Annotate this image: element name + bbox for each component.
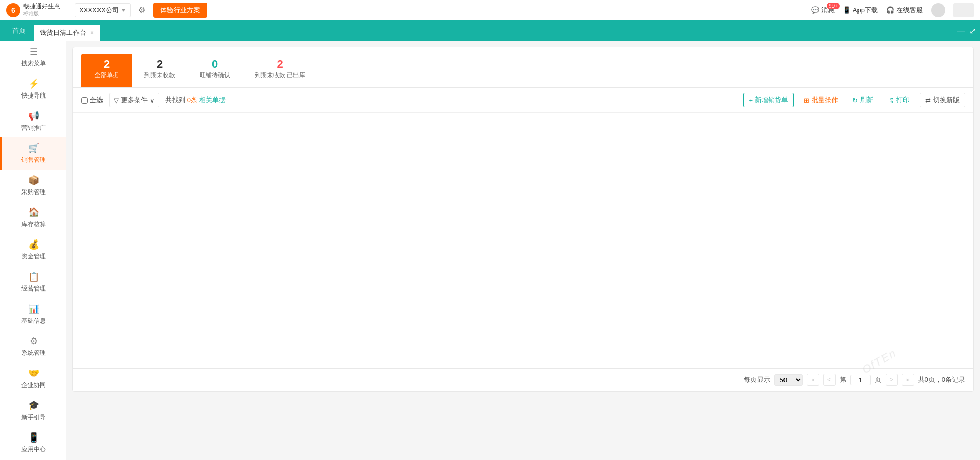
first-page-button[interactable]: « bbox=[807, 374, 819, 386]
sidebar-item-quicknav[interactable]: ⚡ 快捷导航 bbox=[0, 73, 66, 105]
sidebar-item-purchase[interactable]: 📦 采购管理 bbox=[0, 170, 66, 202]
select-all-checkbox[interactable]: 全选 bbox=[81, 95, 103, 105]
refresh-label: 刷新 bbox=[860, 95, 873, 105]
window-minimize-button[interactable]: — bbox=[957, 26, 965, 35]
sidebar-item-marketing[interactable]: 📢 营销推广 bbox=[0, 105, 66, 137]
filter-arrow-icon: ∨ bbox=[150, 96, 155, 104]
trial-button[interactable]: 体验行业方案 bbox=[153, 3, 207, 18]
window-maximize-button[interactable]: ⤢ bbox=[969, 26, 976, 36]
next-page-button[interactable]: > bbox=[886, 374, 898, 386]
sidebar-label-system: 系统管理 bbox=[21, 349, 46, 357]
company-dropdown-arrow: ▼ bbox=[121, 7, 126, 13]
sidebar-item-guide[interactable]: 🎓 新手引导 bbox=[0, 395, 66, 427]
content-card: 2 全部单据 2 到期未收款 0 旺铺待确认 2 到期未收款 已出库 bbox=[72, 47, 974, 392]
stat-tab-wangpu[interactable]: 0 旺铺待确认 bbox=[187, 54, 242, 87]
top-bar-left: 6 畅捷通好生意 标准版 XXXXXX公司 ▼ ⚙ 体验行业方案 bbox=[6, 3, 207, 18]
page-size-label: 每页显示 bbox=[744, 375, 770, 384]
logo-text-area: 畅捷通好生意 标准版 bbox=[23, 3, 60, 18]
tab-close-button[interactable]: × bbox=[90, 29, 94, 36]
filter-icon: ▽ bbox=[114, 96, 119, 104]
last-page-button[interactable]: » bbox=[902, 374, 914, 386]
sidebar-label-guide: 新手引导 bbox=[21, 413, 46, 422]
user-avatar[interactable] bbox=[931, 3, 945, 17]
company-selector[interactable]: XXXXXX公司 ▼ bbox=[75, 3, 131, 17]
add-sale-icon: + bbox=[749, 96, 753, 104]
stats-tabs: 2 全部单据 2 到期未收款 0 旺铺待确认 2 到期未收款 已出库 bbox=[73, 47, 973, 88]
guide-icon: 🎓 bbox=[28, 400, 39, 411]
stat-number-overdue: 2 bbox=[157, 58, 163, 71]
app-download-button[interactable]: 📱 App下载 bbox=[843, 6, 878, 15]
app-download-icon: 📱 bbox=[843, 6, 851, 14]
username-display bbox=[953, 3, 974, 17]
tab-qianhuo[interactable]: 钱货日清工作台 × bbox=[34, 25, 100, 41]
sidebar-item-system[interactable]: ⚙ 系统管理 bbox=[0, 330, 66, 362]
page-size-select[interactable]: 50 100 200 bbox=[774, 374, 803, 386]
stat-number-shipped: 2 bbox=[277, 58, 283, 71]
app-download-label: App下载 bbox=[853, 6, 878, 15]
sidebar-item-appstore[interactable]: 📱 应用中心 bbox=[0, 427, 66, 459]
sidebar-item-operations[interactable]: 📋 经营管理 bbox=[0, 266, 66, 298]
sidebar-item-finance[interactable]: 💰 资金管理 bbox=[0, 234, 66, 266]
enterprise-icon: 🤝 bbox=[28, 368, 39, 379]
stat-number-all: 2 bbox=[104, 58, 110, 71]
found-text: 共找到 0条 相关单据 bbox=[165, 95, 226, 105]
tab-label: 钱货日清工作台 bbox=[40, 28, 86, 37]
online-service-button[interactable]: 🎧 在线客服 bbox=[886, 6, 923, 15]
search-menu-icon: ☰ bbox=[30, 46, 38, 57]
switch-label: 切换新版 bbox=[933, 95, 960, 105]
filter-label: 更多条件 bbox=[121, 95, 148, 105]
sidebar-item-search[interactable]: ☰ 搜索菜单 bbox=[0, 41, 66, 73]
select-all-label: 全选 bbox=[90, 95, 103, 105]
sidebar-label-appstore: 应用中心 bbox=[21, 445, 46, 454]
page-suffix-label: 页 bbox=[875, 375, 881, 384]
settings-button[interactable]: ⚙ bbox=[135, 3, 149, 17]
print-icon: 🖨 bbox=[888, 96, 894, 104]
switch-version-button[interactable]: ⇄ 切换新版 bbox=[920, 93, 965, 107]
sidebar-item-inventory[interactable]: 🏠 库存核算 bbox=[0, 202, 66, 234]
select-all-input[interactable] bbox=[81, 97, 88, 104]
found-count: 0条 bbox=[187, 96, 198, 104]
appstore-icon: 📱 bbox=[28, 432, 39, 443]
related-link[interactable]: 相关单据 bbox=[199, 96, 226, 104]
sales-icon: 🛒 bbox=[28, 142, 39, 154]
content-area: 2 全部单据 2 到期未收款 0 旺铺待确认 2 到期未收款 已出库 bbox=[66, 41, 980, 460]
total-records-text: 共0页，0条记录 bbox=[918, 375, 965, 384]
operations-icon: 📋 bbox=[28, 271, 39, 282]
prev-page-button[interactable]: < bbox=[823, 374, 836, 386]
stat-label-all: 全部单据 bbox=[94, 71, 119, 80]
top-bar: 6 畅捷通好生意 标准版 XXXXXX公司 ▼ ⚙ 体验行业方案 💬 消息 99… bbox=[0, 0, 980, 20]
sidebar-item-sales[interactable]: 🛒 销售管理 bbox=[0, 137, 66, 170]
stat-tab-overdue[interactable]: 2 到期未收款 bbox=[132, 54, 187, 87]
toolbar-left: 全选 ▽ 更多条件 ∨ 共找到 0条 相关单据 bbox=[81, 93, 737, 107]
logo-area: 6 畅捷通好生意 标准版 bbox=[6, 3, 60, 18]
batch-operate-button[interactable]: ⊞ 批量操作 bbox=[800, 93, 842, 107]
stat-number-wangpu: 0 bbox=[212, 58, 218, 71]
pagination: 每页显示 50 100 200 « < 第 页 > » 共0页，0条记录 bbox=[73, 368, 973, 391]
sidebar-label-base: 基础信息 bbox=[21, 317, 46, 325]
sidebar-label-quicknav: 快捷导航 bbox=[21, 91, 46, 100]
batch-icon: ⊞ bbox=[804, 96, 810, 104]
refresh-button[interactable]: ↻ 刷新 bbox=[848, 93, 877, 107]
stat-tab-shipped[interactable]: 2 到期未收款 已出库 bbox=[242, 54, 317, 87]
sidebar-label-enterprise: 企业协同 bbox=[21, 381, 46, 390]
base-info-icon: 📊 bbox=[28, 303, 39, 314]
stat-tab-all[interactable]: 2 全部单据 bbox=[81, 54, 132, 87]
sidebar-label-operations: 经营管理 bbox=[21, 284, 46, 293]
stat-label-shipped: 到期未收款 已出库 bbox=[255, 71, 305, 80]
quick-nav-icon: ⚡ bbox=[28, 78, 39, 89]
add-sale-button[interactable]: + 新增销货单 bbox=[743, 93, 794, 107]
table-area bbox=[73, 113, 973, 368]
message-button[interactable]: 💬 消息 99+ bbox=[811, 6, 835, 15]
refresh-icon: ↻ bbox=[852, 96, 858, 104]
sidebar-item-base[interactable]: 📊 基础信息 bbox=[0, 298, 66, 330]
online-service-icon: 🎧 bbox=[886, 6, 894, 14]
tab-home[interactable]: 首页 bbox=[4, 20, 34, 41]
sidebar-item-enterprise[interactable]: 🤝 企业协同 bbox=[0, 362, 66, 395]
message-badge: 99+ bbox=[827, 3, 840, 9]
print-button[interactable]: 🖨 打印 bbox=[884, 93, 914, 107]
sidebar-label-purchase: 采购管理 bbox=[21, 188, 46, 197]
add-sale-label: 新增销货单 bbox=[755, 95, 788, 105]
sidebar-label-finance: 资金管理 bbox=[21, 252, 46, 261]
filter-button[interactable]: ▽ 更多条件 ∨ bbox=[109, 93, 159, 107]
page-number-input[interactable] bbox=[850, 375, 871, 385]
